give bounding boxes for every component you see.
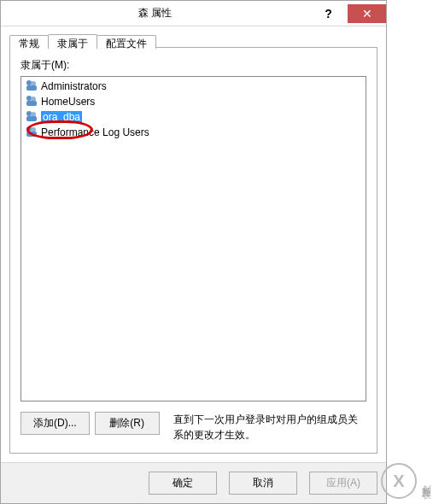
tab-panel: 隶属于(M): Administrators HomeUsers ora_dba <box>9 47 377 454</box>
watermark-text: 创新互联 <box>420 478 433 484</box>
group-name: Administrators <box>41 80 107 92</box>
svg-point-0 <box>26 80 32 85</box>
tab-strip: 常规 隶属于 配置文件 <box>1 26 386 47</box>
membership-note: 直到下一次用户登录时对用户的组成员关系的更改才生效。 <box>173 412 366 442</box>
tab-member-of[interactable]: 隶属于 <box>48 34 97 48</box>
list-item[interactable]: Performance Log Users <box>23 125 364 140</box>
add-button[interactable]: 添加(D)... <box>20 412 90 435</box>
list-item[interactable]: ora_dba <box>23 109 364 125</box>
titlebar: 森 属性 ? ✕ <box>1 1 386 26</box>
svg-rect-8 <box>26 116 37 121</box>
tab-profile[interactable]: 配置文件 <box>97 35 156 49</box>
member-of-label: 隶属于(M): <box>20 58 366 73</box>
group-name: HomeUsers <box>41 96 95 108</box>
svg-point-9 <box>26 126 32 132</box>
tab-general[interactable]: 常规 <box>9 35 49 49</box>
svg-point-6 <box>26 111 32 116</box>
cancel-button[interactable]: 取消 <box>229 472 297 495</box>
dialog-button-row: 确定 取消 应用(A) <box>1 462 386 503</box>
svg-rect-11 <box>26 132 37 137</box>
group-icon <box>25 109 38 126</box>
group-icon <box>25 125 38 141</box>
ok-button[interactable]: 确定 <box>149 472 217 495</box>
close-button[interactable]: ✕ <box>348 4 386 23</box>
window-title: 森 属性 <box>1 6 309 21</box>
svg-point-3 <box>26 96 32 101</box>
apply-button[interactable]: 应用(A) <box>309 472 377 495</box>
group-name: Performance Log Users <box>41 126 149 138</box>
help-button[interactable]: ? <box>309 4 348 23</box>
remove-button[interactable]: 删除(R) <box>95 412 160 435</box>
properties-dialog: 森 属性 ? ✕ 常规 隶属于 配置文件 隶属于(M): Administrat… <box>0 0 387 504</box>
list-item[interactable]: HomeUsers <box>23 94 364 109</box>
group-icon <box>25 94 38 110</box>
lower-row: 添加(D)... 删除(R) 直到下一次用户登录时对用户的组成员关系的更改才生效… <box>20 412 366 442</box>
group-listbox[interactable]: Administrators HomeUsers ora_dba Perform… <box>20 76 366 401</box>
group-name: ora_dba <box>41 111 82 123</box>
list-item[interactable]: Administrators <box>23 79 364 94</box>
svg-rect-5 <box>26 101 37 106</box>
group-icon <box>25 79 38 95</box>
svg-rect-2 <box>26 85 37 91</box>
watermark: X 创新互联 <box>381 463 433 499</box>
watermark-logo: X <box>381 463 417 499</box>
